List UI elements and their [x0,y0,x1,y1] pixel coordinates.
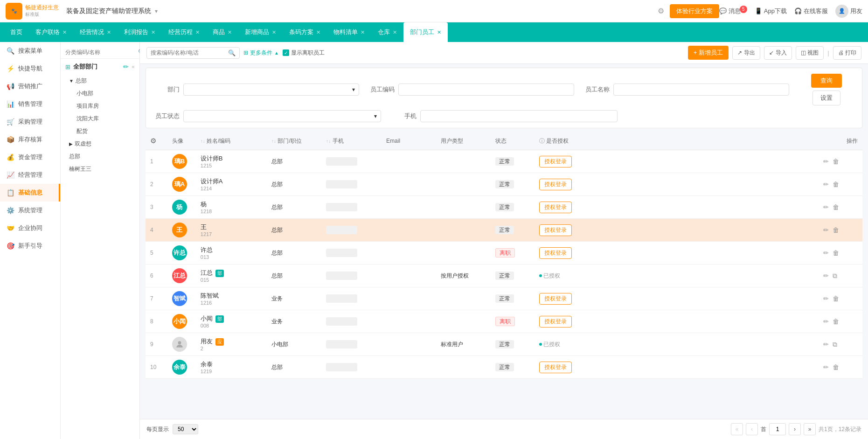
edit-icon[interactable]: ✏ [823,363,829,371]
filter-phone-input[interactable] [420,110,618,122]
auth-btn[interactable]: 授权登录 [539,224,572,236]
dept-node-projectroom[interactable]: 项目库房 [69,100,139,112]
sidebar-item-marketing[interactable]: 📢 营销推广 [0,77,60,95]
tab-customer-close[interactable]: ✕ [62,29,67,35]
auth-btn[interactable]: 授权登录 [539,293,572,305]
auth-btn[interactable]: 授权登录 [539,316,572,328]
show-resigned-checkbox[interactable]: ✓ [283,49,289,56]
auth-btn[interactable]: 授权登录 [539,362,572,373]
filter-emp-name-input[interactable] [613,84,789,96]
edit-icon[interactable]: ✏ [823,181,829,188]
export-button[interactable]: ↗ 导出 [732,46,760,60]
delete-icon[interactable]: 🗑 [833,318,839,325]
user-menu[interactable]: 👤 用友 [835,5,862,18]
col-name-header[interactable]: ↑↓ 姓名/编码 [196,132,267,150]
delete-icon[interactable]: 🗑 [833,249,839,257]
message-button[interactable]: 💬 消息 5 [719,7,747,15]
page-number-input[interactable] [769,423,786,435]
tab-bom[interactable]: 物料清单 ✕ [327,22,371,42]
dept-node-nanshuwang[interactable]: 楠树王三 [65,163,139,175]
edit-icon[interactable]: ✏ [823,249,829,257]
page-size-select[interactable]: 50 100 200 [173,424,198,434]
delete-icon[interactable]: 🗑 [833,158,839,165]
filter-emp-code-input[interactable] [398,84,574,96]
trial-button[interactable]: 体验行业方案 [670,4,719,18]
delete-icon[interactable]: 🗑 [833,363,839,371]
dept-node-smallelec[interactable]: 小电部 [69,87,139,100]
dept-edit-icon[interactable]: ✏ [123,63,129,70]
sidebar-item-guide[interactable]: 🎯 新手引导 [0,237,60,255]
tab-bom-close[interactable]: ✕ [361,29,365,35]
col-dept-header[interactable]: ↑↓ 部门/职位 [267,132,321,150]
next-page-btn[interactable]: › [789,423,801,435]
auth-btn[interactable]: 授权登录 [539,247,572,259]
auth-btn[interactable]: 授权登录 [539,179,572,190]
sidebar-item-finance[interactable]: 💰 资金管理 [0,148,60,166]
delete-icon[interactable]: 🗑 [833,203,839,211]
dept-node-zongbu[interactable]: 总部 [65,150,139,163]
tab-barcode[interactable]: 条码方案 ✕ [283,22,327,42]
dept-header[interactable]: ⊞ 全部部门 ✏ « [61,59,139,75]
tab-customer[interactable]: 客户联络 ✕ [29,22,73,42]
tab-warehouse-close[interactable]: ✕ [393,29,397,35]
tab-add-goods[interactable]: 新增商品 ✕ [238,22,283,42]
tab-home[interactable]: 首页 [4,22,29,42]
sidebar-item-operations[interactable]: 📈 经营管理 [0,166,60,184]
tab-dept-staff-close[interactable]: ✕ [437,29,441,35]
tab-history[interactable]: 经营历程 ✕ [162,22,206,42]
filter-dept-select[interactable]: ▾ [183,84,359,96]
show-resigned-toggle[interactable]: ✓ 显示离职员工 [283,49,325,57]
dept-search-input[interactable] [65,49,135,56]
delete-icon[interactable]: 🗑 [833,181,839,188]
auth-btn[interactable]: 授权登录 [539,156,572,167]
filter-status-select[interactable]: ▾ [183,110,381,122]
first-page-btn[interactable]: « [731,423,743,435]
search-input[interactable] [151,49,225,56]
copy-icon[interactable]: ⧉ [833,341,837,348]
tab-add-goods-close[interactable]: ✕ [272,29,276,35]
delete-icon[interactable]: 🗑 [833,226,839,234]
tab-goods-close[interactable]: ✕ [228,29,232,35]
edit-icon[interactable]: ✏ [823,226,829,234]
dept-collapse-btn[interactable]: « [132,63,135,70]
sidebar-item-system[interactable]: ⚙️ 系统管理 [0,202,60,219]
sys-dropdown-icon[interactable]: ▾ [155,8,158,14]
delete-icon[interactable]: 🗑 [833,295,839,302]
tab-operations-close[interactable]: ✕ [107,29,111,35]
auth-btn[interactable]: 授权登录 [539,202,572,213]
add-employee-button[interactable]: + 新增员工 [688,46,729,60]
tab-dept-staff[interactable]: 部门员工 ✕ [403,22,448,42]
search-icon[interactable]: 🔍 [228,49,236,56]
query-button[interactable]: 查询 [811,74,842,88]
service-button[interactable]: 🎧 在线客服 [794,7,828,15]
dept-node-shuangxu[interactable]: ▶ 双虚想 [65,138,139,150]
sidebar-item-collab[interactable]: 🤝 企业协同 [0,219,60,237]
tab-profit-close[interactable]: ✕ [151,29,155,35]
dept-node-distribution[interactable]: 配货 [69,125,139,138]
tab-goods[interactable]: 商品 ✕ [206,22,238,42]
edit-icon[interactable]: ✏ [823,158,829,165]
tab-operations[interactable]: 经营情况 ✕ [73,22,118,42]
more-filter-btn[interactable]: ⊞ 更多条件 ▲ [243,49,279,57]
view-button[interactable]: ◫ 视图 [796,46,824,60]
settings-icon[interactable]: ⚙ [150,137,156,145]
set-button[interactable]: 设置 [812,91,840,105]
sidebar-item-basic-info[interactable]: 📋 基础信息 [0,184,60,202]
last-page-btn[interactable]: » [804,423,816,435]
dept-node-shenyang[interactable]: 沈阳大库 [69,112,139,125]
sidebar-item-search[interactable]: 🔍 搜索菜单 [0,42,60,60]
sidebar-item-quicknav[interactable]: ⚡ 快捷导航 [0,60,60,77]
gear-button[interactable]: ⚙ [658,7,664,15]
copy-icon[interactable]: ⧉ [833,272,837,280]
sidebar-item-inventory[interactable]: 📦 库存核算 [0,131,60,148]
dept-node-general[interactable]: ▼ 总部 [65,75,139,87]
col-phone-header[interactable]: ↑↓ 手机 [321,132,382,150]
print-button[interactable]: 🖨 打印 [833,46,861,60]
prev-page-btn[interactable]: ‹ [746,423,758,435]
edit-icon[interactable]: ✏ [823,272,829,279]
tab-barcode-close[interactable]: ✕ [316,29,320,35]
tab-warehouse[interactable]: 仓库 ✕ [371,22,403,42]
edit-icon[interactable]: ✏ [823,318,829,325]
edit-icon[interactable]: ✏ [823,295,829,302]
sidebar-item-purchase[interactable]: 🛒 采购管理 [0,113,60,131]
